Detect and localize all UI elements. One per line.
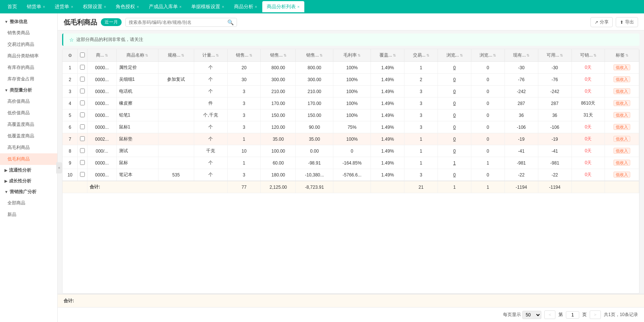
- close-icon[interactable]: ×: [104, 4, 106, 9]
- sidebar-item-low-margin[interactable]: 低毛利商品: [0, 153, 57, 165]
- row-tag: 低收入: [605, 157, 639, 169]
- share-button[interactable]: ↗ 分享: [590, 17, 613, 27]
- row-sales-profit: 800.00: [296, 62, 333, 74]
- close-icon[interactable]: ×: [137, 4, 139, 9]
- date-range-badge[interactable]: 近一月: [101, 18, 122, 26]
- row-select-checkbox[interactable]: [80, 112, 85, 117]
- sidebar-item-low-value[interactable]: 低价值商品: [0, 107, 57, 119]
- row-browse1[interactable]: 0: [438, 145, 471, 157]
- row-browse1[interactable]: 0: [438, 98, 471, 109]
- sidebar-item-new-products[interactable]: 新品: [0, 209, 57, 220]
- row-tag: 低收入: [605, 98, 639, 109]
- row-select-checkbox[interactable]: [80, 65, 85, 70]
- col-settings[interactable]: ⚙: [63, 49, 78, 62]
- col-sales-profit[interactable]: 销售...⇅: [296, 49, 333, 62]
- nav-item-permissions[interactable]: 权限设置×: [79, 1, 110, 12]
- col-unit[interactable]: 计量...⇅: [194, 49, 227, 62]
- sidebar-item-high-value[interactable]: 高价值商品: [0, 96, 57, 107]
- sidebar-item-low-coverage[interactable]: 低覆盖度商品: [0, 130, 57, 142]
- row-browse1[interactable]: 0: [438, 86, 471, 98]
- prev-page-button[interactable]: ＜: [544, 310, 555, 319]
- sidebar-item-high-margin[interactable]: 高毛利商品: [0, 142, 57, 153]
- sidebar-item-sales-products[interactable]: 销售类商品: [0, 27, 57, 39]
- col-tag[interactable]: 标签⇅: [605, 49, 639, 62]
- search-input[interactable]: [129, 20, 226, 25]
- sidebar-item-high-coverage[interactable]: 高覆盖度商品: [0, 119, 57, 130]
- col-sellable-days[interactable]: 可销...⇅: [571, 49, 605, 62]
- sidebar-item-in-stock[interactable]: 有库存的商品: [0, 62, 57, 73]
- nav-item-sales[interactable]: 销货单×: [22, 1, 49, 12]
- row-select-checkbox[interactable]: [80, 148, 85, 153]
- row-sales-amount: 300.00: [261, 74, 296, 86]
- sidebar-item-category-sales-rate[interactable]: 商品分类助销率: [0, 50, 57, 62]
- col-spec[interactable]: 规格...⇅: [158, 49, 194, 62]
- row-tag: 低收入: [605, 86, 639, 98]
- nav-item-roles[interactable]: 角色授权×: [111, 1, 143, 12]
- row-browse1[interactable]: 0: [438, 121, 471, 133]
- row-select-checkbox[interactable]: [80, 172, 85, 177]
- col-name[interactable]: 商品名称⇅: [116, 49, 158, 62]
- row-transaction: 3: [404, 109, 438, 121]
- nav-item-products[interactable]: 产成品入库单×: [144, 1, 186, 12]
- nav-item-analysis-list[interactable]: 商品分析列表×: [262, 1, 304, 12]
- col-browse1[interactable]: 浏览...⇅: [438, 49, 471, 62]
- sidebar-group-overall[interactable]: ▼ 整体信息: [0, 16, 57, 27]
- row-name: 橡皮擦: [116, 98, 158, 109]
- row-transaction: 3: [404, 98, 438, 109]
- col-gross-margin[interactable]: 毛利率⇅: [333, 49, 371, 62]
- row-sales-qty: 1: [227, 133, 261, 145]
- nav-item-analysis[interactable]: 商品分析×: [230, 1, 262, 12]
- col-sales-qty[interactable]: 销售...⇅: [227, 49, 261, 62]
- select-all-checkbox[interactable]: [80, 52, 85, 57]
- close-icon[interactable]: ×: [179, 4, 182, 9]
- chevron-right-icon: ▶: [4, 179, 7, 183]
- sidebar-item-traded-products[interactable]: 交易过的商品: [0, 39, 57, 50]
- row-select-checkbox[interactable]: [80, 89, 85, 93]
- row-coverage: 1.49%: [371, 74, 404, 86]
- row-select-checkbox[interactable]: [80, 77, 85, 82]
- sidebar-collapse-button[interactable]: «: [56, 162, 62, 173]
- close-icon[interactable]: ×: [43, 4, 45, 9]
- sidebar-group-liquidity[interactable]: ▶ 流通性分析: [0, 165, 57, 176]
- nav-item-templates[interactable]: 单据模板设置×: [187, 1, 228, 12]
- row-browse1[interactable]: 0: [438, 109, 471, 121]
- row-browse1[interactable]: 0: [438, 169, 471, 181]
- col-available-stock[interactable]: 可用...⇅: [538, 49, 571, 62]
- export-button[interactable]: ⬆ 导出: [616, 17, 638, 27]
- row-no: 5: [63, 109, 78, 121]
- next-page-button[interactable]: ＞: [590, 310, 601, 319]
- row-browse1[interactable]: 0: [438, 74, 471, 86]
- sidebar-group-growth[interactable]: ▶ 成长性分析: [0, 176, 57, 186]
- close-icon[interactable]: ×: [255, 4, 257, 9]
- col-transaction[interactable]: 交易...⇅: [404, 49, 438, 62]
- row-select-checkbox[interactable]: [80, 101, 85, 105]
- sidebar-group-marketing[interactable]: ▼ 营销推广分析: [0, 186, 57, 197]
- search-icon[interactable]: 🔍: [227, 19, 234, 25]
- col-coverage[interactable]: 覆盖...⇅: [371, 49, 404, 62]
- page-input[interactable]: [566, 311, 579, 319]
- chevron-down-icon: ▼: [4, 190, 8, 194]
- nav-item-purchase[interactable]: 进货单×: [50, 1, 77, 12]
- row-browse2: 0: [471, 62, 504, 74]
- row-no: 2: [63, 74, 78, 86]
- per-page-select[interactable]: 50 100 200: [522, 311, 541, 319]
- row-select-checkbox[interactable]: [80, 124, 85, 129]
- sidebar-item-all-products[interactable]: 全部商品: [0, 197, 57, 209]
- row-select-checkbox[interactable]: [80, 136, 85, 141]
- col-browse2[interactable]: 浏览...⇅: [471, 49, 504, 62]
- col-code[interactable]: 商...⇅: [87, 49, 116, 62]
- row-unit: 个: [194, 169, 227, 181]
- col-sales-amount[interactable]: 销售...⇅: [261, 49, 296, 62]
- row-name: 属性定价: [116, 62, 158, 74]
- close-icon[interactable]: ×: [222, 4, 224, 9]
- row-browse1[interactable]: 0: [438, 133, 471, 145]
- sidebar-group-type-analysis[interactable]: ▼ 类型量分析: [0, 85, 57, 96]
- row-browse1[interactable]: 0: [438, 62, 471, 74]
- sidebar-item-stock-capital[interactable]: 库存资金占用: [0, 73, 57, 85]
- row-select-checkbox[interactable]: [80, 160, 85, 165]
- row-browse1[interactable]: 1: [438, 157, 471, 169]
- close-icon[interactable]: ×: [297, 4, 299, 9]
- close-icon[interactable]: ×: [71, 4, 73, 9]
- col-current-stock[interactable]: 现有...⇅: [504, 49, 538, 62]
- nav-item-home[interactable]: 首页: [3, 1, 22, 12]
